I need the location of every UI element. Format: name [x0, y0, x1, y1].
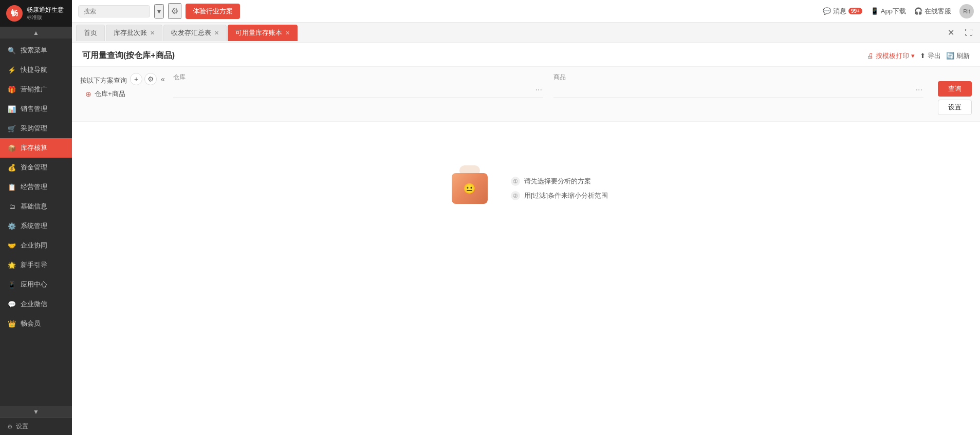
export-label: 导出 [928, 51, 941, 61]
tabbar-expand-button[interactable]: ⛶ [961, 27, 976, 39]
tip-num-1: ① [511, 177, 520, 186]
sidebar-item-search[interactable]: 🔍 搜索菜单 [0, 41, 72, 60]
tabbar: 首页 库存批次账 ✕ 收发存汇总表 ✕ 可用量库存账本 ✕ ✕ ⛶ [72, 23, 980, 43]
search-input[interactable] [78, 5, 150, 17]
sidebar-item-marketing[interactable]: 🎁 营销推广 [0, 80, 72, 99]
tab-collect-summary-close[interactable]: ✕ [214, 30, 219, 36]
goods-more-button[interactable]: ··· [915, 84, 923, 96]
tab-available-ledger[interactable]: 可用量库存账本 ✕ [228, 25, 298, 41]
sidebar-item-company[interactable]: 🤝 企业协同 [0, 236, 72, 255]
filter-left: 按以下方案查询 + ⚙ « ⊕ 仓库+商品 [80, 73, 167, 101]
print-dropdown-icon[interactable]: ▾ [911, 52, 915, 60]
inventory-icon: 📦 [7, 144, 16, 152]
sidebar-app-version: 标准版 [27, 14, 64, 21]
sidebar-item-finance[interactable]: 💰 资金管理 [0, 158, 72, 177]
scheme-icon: ⊕ [85, 90, 91, 98]
sidebar-item-appstore-label: 应用中心 [21, 280, 47, 289]
topbar: ▾ ⚙ 体验行业方案 💬 消息 99+ 📱 App下载 🎧 在线客服 Rit [72, 0, 980, 23]
filter-collapse-button[interactable]: « [159, 74, 167, 84]
filter-settings-button[interactable]: ⚙ [144, 73, 157, 85]
sidebar-item-wechat-label: 企业微信 [21, 299, 47, 309]
tab-collect-summary[interactable]: 收发存汇总表 ✕ [163, 25, 227, 41]
online-service-item[interactable]: 🎧 在线客服 [914, 7, 951, 16]
page-actions: 🖨 按模板打印 ▾ ⬆ 导出 🔄 刷新 [867, 51, 970, 61]
company-icon: 🤝 [7, 242, 16, 250]
main-area: ▾ ⚙ 体验行业方案 💬 消息 99+ 📱 App下载 🎧 在线客服 Rit [72, 0, 980, 435]
sidebar-item-base[interactable]: 🗂 基础信息 [0, 197, 72, 216]
app-download-label: App下载 [881, 7, 906, 16]
topbar-right: 💬 消息 99+ 📱 App下载 🎧 在线客服 Rit [823, 4, 974, 18]
appstore-icon: 📱 [7, 281, 16, 289]
experience-button[interactable]: 体验行业方案 [186, 4, 240, 19]
search-icon: 🔍 [7, 47, 16, 54]
filter-scheme-label: 仓库+商品 [95, 89, 125, 99]
sidebar-item-shortcut[interactable]: ⚡ 快捷导航 [0, 60, 72, 80]
sidebar-scroll-up[interactable]: ▲ [0, 27, 72, 39]
warehouse-label: 仓库 [173, 73, 543, 82]
warehouse-more-button[interactable]: ··· [534, 84, 543, 96]
tip-num-2: ② [511, 191, 520, 200]
sidebar-item-newbie-label: 新手引导 [21, 260, 47, 270]
sidebar-item-shortcut-label: 快捷导航 [21, 65, 47, 74]
tab-available-ledger-close[interactable]: ✕ [285, 30, 290, 36]
sidebar-item-inventory-label: 库存核算 [21, 143, 47, 153]
sidebar-item-purchase[interactable]: 🛒 采购管理 [0, 119, 72, 138]
filter-scheme-item[interactable]: ⊕ 仓库+商品 [80, 87, 167, 101]
gear-button[interactable]: ⚙ [168, 3, 181, 19]
message-icon: 💬 [823, 7, 831, 15]
message-item[interactable]: 💬 消息 99+ [823, 7, 862, 16]
sidebar-item-sales[interactable]: 📊 销售管理 [0, 99, 72, 119]
sales-icon: 📊 [7, 105, 16, 113]
sidebar-footer[interactable]: ⚙ 设置 [0, 418, 72, 435]
sidebar-scroll-down[interactable]: ▼ [0, 406, 72, 418]
empty-tip-1: ① 请先选择要分析的方案 [511, 177, 608, 186]
warehouse-input[interactable] [173, 84, 534, 96]
app-download-item[interactable]: 📱 App下载 [871, 7, 906, 16]
user-avatar[interactable]: Rit [959, 4, 974, 18]
sidebar-nav: 🔍 搜索菜单 ⚡ 快捷导航 🎁 营销推广 📊 销售管理 🛒 采购管理 📦 库存核… [0, 39, 72, 406]
print-button[interactable]: 🖨 按模板打印 ▾ [867, 51, 915, 61]
sidebar-item-wechat[interactable]: 💬 企业微信 [0, 294, 72, 314]
sidebar-app-name: 畅康通好生意 [27, 6, 64, 14]
tabbar-close-button[interactable]: ✕ [945, 27, 957, 39]
sidebar-item-operation-label: 经营管理 [21, 182, 47, 192]
message-badge: 99+ [848, 8, 862, 14]
filter-add-button[interactable]: + [130, 73, 142, 85]
sidebar-item-newbie[interactable]: 🌟 新手引导 [0, 255, 72, 275]
sidebar-logo: 畅 [6, 5, 23, 22]
purchase-icon: 🛒 [7, 125, 16, 133]
empty-state-content: 😐 ① 请先选择要分析的方案 ② 用[过滤]条件来缩小分析范围 [444, 163, 608, 214]
tab-home[interactable]: 首页 [76, 25, 105, 41]
app-download-icon: 📱 [871, 7, 879, 15]
refresh-button[interactable]: 🔄 刷新 [946, 51, 970, 61]
tab-batch-account-close[interactable]: ✕ [150, 30, 155, 36]
tab-collect-summary-label: 收发存汇总表 [171, 28, 211, 37]
query-button[interactable]: 查询 [938, 81, 972, 97]
page-title: 可用量查询(按仓库+商品) [82, 50, 175, 61]
sidebar-item-purchase-label: 采购管理 [21, 124, 47, 133]
base-icon: 🗂 [7, 203, 16, 211]
sidebar-item-company-label: 企业协同 [21, 241, 47, 250]
empty-tips: ① 请先选择要分析的方案 ② 用[过滤]条件来缩小分析范围 [511, 177, 608, 200]
sidebar-item-operation[interactable]: 📋 经营管理 [0, 177, 72, 197]
sidebar-item-system[interactable]: ⚙️ 系统管理 [0, 216, 72, 236]
empty-tip-2-text: 用[过滤]条件来缩小分析范围 [524, 191, 608, 200]
sidebar-item-appstore[interactable]: 📱 应用中心 [0, 275, 72, 294]
tab-batch-account-label: 库存批次账 [114, 28, 147, 37]
wechat-icon: 💬 [7, 300, 16, 308]
empty-tip-1-text: 请先选择要分析的方案 [524, 177, 591, 186]
dropdown-button[interactable]: ▾ [154, 4, 164, 18]
newbie-icon: 🌟 [7, 261, 16, 269]
system-icon: ⚙️ [7, 222, 16, 230]
goods-input[interactable] [553, 84, 915, 96]
empty-box-face: 😐 [463, 182, 476, 195]
tab-batch-account[interactable]: 库存批次账 ✕ [106, 25, 162, 41]
marketing-icon: 🎁 [7, 86, 16, 93]
sidebar-item-vip[interactable]: 👑 畅会员 [0, 314, 72, 333]
sidebar-item-marketing-label: 营销推广 [21, 85, 47, 94]
export-button[interactable]: ⬆ 导出 [920, 51, 941, 61]
sidebar-item-inventory[interactable]: 📦 库存核算 [0, 138, 72, 158]
settings-button[interactable]: 设置 [938, 100, 972, 115]
message-label: 消息 [833, 7, 846, 16]
refresh-label: 刷新 [956, 51, 970, 61]
